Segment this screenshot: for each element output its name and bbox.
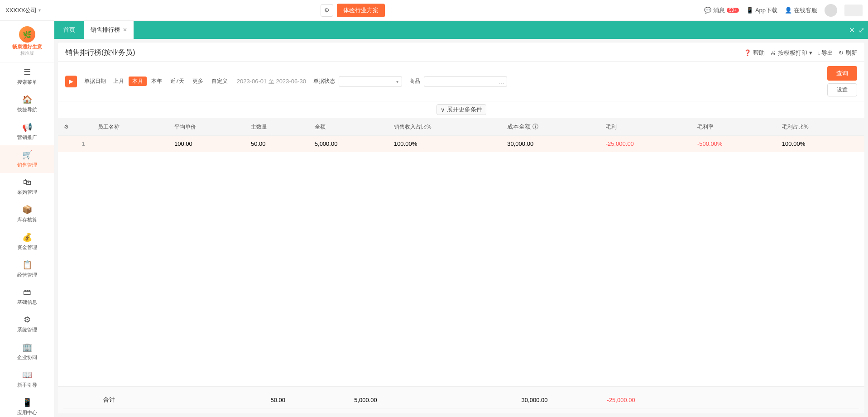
logo-sub: 标准版 [20,50,34,57]
cell-sales-pct: 100.00% [388,136,502,152]
window-close-icon[interactable]: ✕ [849,26,855,34]
col-employee: 员工名称 [92,118,169,136]
goods-filter-group: 商品 … [409,76,507,87]
cell-rank: 1 [74,136,92,152]
company-selector[interactable]: XXXXX公司 ▾ [5,6,317,14]
date-filter-group: 单据日期 上月 本月 本年 近7天 更多 自定义 2023-06-01 至 20… [84,77,306,86]
goods-input[interactable] [424,76,507,87]
col-rank [74,118,92,136]
col-gross-rate: 毛利率 [692,118,777,136]
message-icon: 💬 [704,7,711,14]
table-row: 1 100.00 50.00 5,000.00 100.00% 30,000.0… [58,136,864,152]
logo-text: 畅康通好生意 [12,43,42,50]
online-service-button[interactable]: 👤 在线客服 [785,6,817,14]
app-download-button[interactable]: 📱 App下载 [746,6,777,14]
date-tab-current-year[interactable]: 本年 [148,77,166,86]
col-cost: 成本全额 ⓘ [502,118,600,136]
sidebar-item-basics[interactable]: 🗃 基础信息 [0,283,54,310]
footer-total-row: 合计 50.00 5,000.00 30,000.00 -25,000.00 [58,386,864,413]
top-bar: XXXXX公司 ▾ ⚙ 体验行业方案 💬 消息 99+ 📱 App下载 👤 在线… [0,0,868,21]
gear-icon: ⚙ [324,7,330,14]
purchase-icon: 🛍 [23,177,31,187]
sidebar-item-system[interactable]: ⚙ 系统管理 [0,310,54,338]
sidebar-item-enterprise[interactable]: 🏢 企业协同 [0,338,54,365]
inventory-icon: 📦 [22,205,32,215]
print-icon: 🖨 [770,49,776,56]
settings-gear-button[interactable]: ⚙ [321,4,333,17]
sidebar-item-quick-nav[interactable]: 🏠 快捷导航 [0,90,54,118]
template-print-button[interactable]: 🖨 按模板打印 ▾ [770,49,812,57]
filter-bar: ▶ 单据日期 上月 本月 本年 近7天 更多 自定义 2023-06-01 至 [58,62,864,101]
company-chevron-icon: ▾ [38,8,41,13]
goods-more-icon: … [498,78,504,85]
main-layout: 🌿 畅康通好生意 标准版 ☰ 搜索菜单 🏠 快捷导航 📢 营销推广 🛒 销售管理… [0,21,868,417]
table-header-row: ⚙ 员工名称 平均单价 主数量 全额 销售收入占比% 成本全额 ⓘ 毛利 毛利率 [58,118,864,136]
cell-cost: 30,000.00 [502,136,600,152]
tab-home[interactable]: 首页 [54,21,84,39]
avatar[interactable] [825,4,837,17]
query-button[interactable]: 查询 [827,66,857,81]
sidebar-logo: 🌿 畅康通好生意 标准版 [0,21,54,62]
help-icon: ❓ [744,49,751,56]
sales-icon: 🛒 [22,150,32,160]
tab-sales-ranking[interactable]: 销售排行榜 ✕ [84,21,134,39]
footer-table: 合计 50.00 5,000.00 30,000.00 -25,000.00 [63,391,859,409]
date-tab-custom[interactable]: 自定义 [208,77,231,86]
page-title: 销售排行榜(按业务员) [65,48,135,58]
tab-bar: 首页 销售排行榜 ✕ ✕ ⤢ [54,21,868,39]
page-content: 销售排行榜(按业务员) ❓ 帮助 🖨 按模板打印 ▾ ↓ 导出 [58,43,864,413]
message-button[interactable]: 💬 消息 99+ [704,6,739,14]
company-name: XXXXX公司 [5,6,37,14]
footer-qty: 50.00 [265,391,349,409]
service-icon: 👤 [785,7,792,14]
page-actions: ❓ 帮助 🖨 按模板打印 ▾ ↓ 导出 ↻ 刷新 [744,49,858,57]
sidebar-item-apps[interactable]: 📱 应用中心 [0,393,54,417]
message-badge: 99+ [727,8,739,13]
col-amount: 全额 [309,118,388,136]
export-button[interactable]: ↓ 导出 [818,49,834,57]
cell-gross-pct: 100.00% [777,136,864,152]
operations-icon: 📋 [22,260,32,270]
sidebar-item-finance[interactable]: 💰 资金管理 [0,228,54,255]
tab-close-icon[interactable]: ✕ [123,27,127,33]
sidebar-item-sales[interactable]: 🛒 销售管理 [0,145,54,173]
table-area: ⚙ 员工名称 平均单价 主数量 全额 销售收入占比% 成本全额 ⓘ 毛利 毛利率 [58,118,864,386]
app-icon: 📱 [746,7,753,14]
col-avg-price: 平均单价 [169,118,245,136]
sidebar-item-guide[interactable]: 📖 新手引导 [0,365,54,393]
query-btn-area: 查询 设置 [827,66,857,96]
filter-settings-button[interactable]: 设置 [827,83,857,96]
cell-main-qty: 50.00 [245,136,309,152]
expand-chevron-icon: ∨ [441,106,445,113]
sidebar-item-operations[interactable]: 📋 经营管理 [0,255,54,283]
expand-more-button[interactable]: ∨ 展开更多条件 [436,104,486,115]
sidebar-item-marketing[interactable]: 📢 营销推广 [0,118,54,145]
status-filter-group: 单据状态 [313,76,402,87]
cell-gross-rate: -500.00% [692,136,777,152]
date-tab-more[interactable]: 更多 [189,77,207,86]
basics-icon: 🗃 [23,288,31,297]
finance-icon: 💰 [22,232,32,242]
date-tab-current-month[interactable]: 本月 [129,77,147,86]
col-settings[interactable]: ⚙ [58,118,74,136]
date-filter-label: 单据日期 [84,77,106,85]
filter-toggle-button[interactable]: ▶ [65,76,77,87]
sidebar-item-inventory[interactable]: 📦 库存核算 [0,200,54,228]
help-button[interactable]: ❓ 帮助 [744,49,765,57]
status-select[interactable] [339,76,402,87]
trial-button[interactable]: 体验行业方案 [337,4,385,17]
sidebar-item-search[interactable]: ☰ 搜索菜单 [0,62,54,90]
window-expand-icon[interactable]: ⤢ [858,26,864,34]
cell-avg-price: 100.00 [169,136,245,152]
sidebar-item-purchase[interactable]: 🛍 采购管理 [0,173,54,200]
refresh-button[interactable]: ↻ 刷新 [839,49,857,57]
col-gross-pct: 毛利占比% [777,118,864,136]
cell-gross: -25,000.00 [600,136,692,152]
cell-employee [92,136,169,152]
date-tab-7days[interactable]: 近7天 [167,77,188,86]
marketing-icon: 📢 [22,122,32,132]
date-tab-last-month[interactable]: 上月 [110,77,128,86]
refresh-icon: ↻ [839,49,844,56]
goods-filter-label: 商品 [409,77,420,85]
tab-actions: ✕ ⤢ [849,26,868,34]
